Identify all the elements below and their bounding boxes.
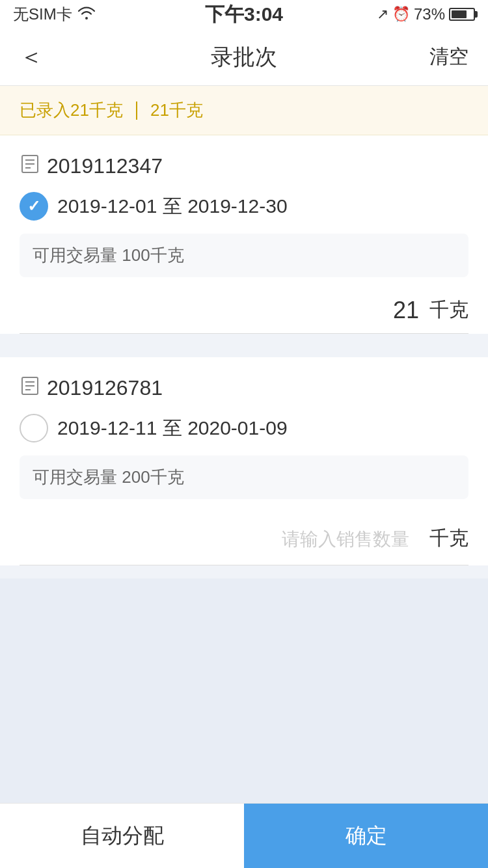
wifi-icon [77, 5, 96, 23]
status-bar: 无SIM卡 下午3:04 ↗ ⏰ 73% [0, 0, 488, 29]
status-time: 下午3:04 [205, 1, 283, 28]
batch-2-checkbox[interactable] [20, 414, 48, 442]
batch-1-checkbox[interactable] [20, 192, 48, 221]
status-right: ↗ ⏰ 73% [377, 5, 475, 23]
confirm-button[interactable]: 确定 [244, 804, 488, 868]
batch-1-divider [20, 333, 468, 334]
back-button[interactable]: ＜ [20, 41, 43, 73]
batch-1-number: 2019112347 [47, 154, 163, 178]
batch-1-qty-row: 21 千克 [0, 290, 488, 324]
batch-1-date: 2019-12-01 至 2019-12-30 [57, 193, 288, 220]
clear-button[interactable]: 清空 [429, 44, 468, 70]
section-divider [0, 347, 488, 357]
batch-2-available: 可用交易量 200千克 [20, 455, 468, 499]
batch-1-unit: 千克 [429, 297, 468, 324]
batch-1-quantity: 21 [393, 297, 419, 324]
batch-1-icon [20, 154, 40, 179]
location-icon: ↗ [377, 6, 388, 23]
batch-1-available: 可用交易量 100千克 [20, 234, 468, 277]
footer: 自动分配 确定 [0, 803, 488, 868]
info-banner: 已录入21千克 21千克 [0, 86, 488, 135]
batch-card-2: 2019126781 2019-12-11 至 2020-01-09 可用交易量… [0, 357, 488, 565]
page-title: 录批次 [211, 42, 277, 72]
batch-card-1: 2019112347 2019-12-01 至 2019-12-30 可用交易量… [0, 135, 488, 334]
batch-2-date-row: 2019-12-11 至 2020-01-09 [0, 407, 488, 449]
batch-2-input-row: 千克 [0, 512, 488, 565]
battery-pct-label: 73% [414, 5, 445, 23]
auto-distribute-button[interactable]: 自动分配 [0, 804, 244, 868]
quantity-input[interactable] [224, 526, 419, 550]
batch-2-date: 2019-12-11 至 2020-01-09 [57, 415, 288, 442]
batch-1-header: 2019112347 [0, 135, 488, 185]
batch-2-header: 2019126781 [0, 357, 488, 407]
battery-icon [449, 8, 475, 21]
nav-bar: ＜ 录批次 清空 [0, 29, 488, 86]
recorded-label: 已录入21千克 [20, 99, 123, 122]
batch-1-date-row: 2019-12-01 至 2019-12-30 [0, 185, 488, 227]
carrier-label: 无SIM卡 [13, 4, 72, 25]
batch-2-number: 2019126781 [47, 376, 163, 400]
batch-2-divider [20, 565, 468, 565]
batch-2-unit: 千克 [429, 525, 468, 552]
status-left: 无SIM卡 [13, 4, 96, 25]
alarm-icon: ⏰ [392, 6, 410, 23]
batch-2-icon [20, 375, 40, 401]
bottom-area [0, 578, 488, 839]
amount-label: 21千克 [150, 99, 203, 122]
info-divider [136, 102, 137, 120]
